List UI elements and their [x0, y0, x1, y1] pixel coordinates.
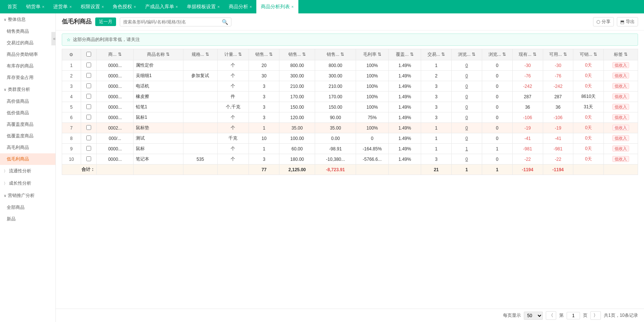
nav-product-analysis-list[interactable]: 商品分析列表 ×	[256, 0, 298, 13]
sidebar-item-high-margin[interactable]: 高毛利商品	[0, 142, 55, 153]
close-icon[interactable]: ×	[134, 4, 136, 9]
row-checkbox[interactable]	[86, 115, 91, 119]
row-view1[interactable]: 1	[451, 144, 482, 154]
row-checkbox[interactable]	[86, 125, 91, 130]
close-icon[interactable]: ×	[217, 4, 220, 9]
sidebar-item-stocked-goods[interactable]: 有库存的商品	[0, 60, 55, 72]
prev-page-button[interactable]: 〈	[546, 311, 556, 320]
row-checkbox-cell[interactable]	[81, 60, 96, 71]
col-transaction[interactable]: 交易... ⇅	[421, 49, 452, 60]
table-row: 3 0000... 电话机 个 3 210.00 210.00 100% 1.4…	[62, 81, 638, 92]
row-view1[interactable]: 0	[451, 154, 482, 165]
sidebar-item-category-rate[interactable]: 商品分类助销率	[0, 49, 55, 60]
nav-permissions[interactable]: 权限设置 ×	[76, 0, 108, 13]
nav-template-settings[interactable]: 单据模板设置 ×	[182, 0, 224, 13]
row-checkbox[interactable]	[86, 94, 91, 99]
pagination-bar: 每页显示 50 100 200 〈 第 页 〉 共1页，10条记录	[56, 309, 644, 322]
row-view1[interactable]: 0	[451, 71, 482, 81]
col-sales-qty[interactable]: 销售... ⇅	[249, 49, 279, 60]
sidebar-item-low-value[interactable]: 低价值商品	[0, 107, 55, 119]
row-checkbox[interactable]	[86, 146, 91, 151]
col-current[interactable]: 现有... ⇅	[512, 49, 543, 60]
row-view1[interactable]: 0	[451, 133, 482, 144]
col-unit[interactable]: 计量... ⇅	[217, 49, 249, 60]
sidebar-item-all-goods[interactable]: 全部商品	[0, 202, 55, 213]
row-checkbox[interactable]	[86, 63, 91, 67]
col-tag[interactable]: 标签 ⇅	[604, 49, 638, 60]
nav-product-entry[interactable]: 产成品入库单 ×	[141, 0, 182, 13]
row-checkbox-cell[interactable]	[81, 144, 96, 154]
row-checkbox-cell[interactable]	[81, 71, 96, 81]
row-checkbox[interactable]	[86, 136, 91, 140]
sidebar-item-low-margin[interactable]: 低毛利商品	[0, 153, 55, 165]
nav-home[interactable]: 首页	[3, 0, 22, 13]
sidebar-section-overall[interactable]: ∨ 整体信息	[0, 13, 55, 26]
sidebar-collapse-button[interactable]: «	[51, 32, 56, 45]
row-view1[interactable]: 0	[451, 81, 482, 92]
row-checkbox-cell[interactable]	[81, 123, 96, 133]
close-icon[interactable]: ×	[291, 4, 294, 9]
sidebar-section-circulation[interactable]: 〉 流通性分析	[0, 165, 55, 177]
close-icon[interactable]: ×	[42, 4, 44, 9]
row-checkbox-cell[interactable]	[81, 112, 96, 123]
row-checkbox-cell[interactable]	[81, 102, 96, 112]
col-view1[interactable]: 浏览... ⇅	[451, 49, 482, 60]
col-saleable[interactable]: 可销... ⇅	[573, 49, 604, 60]
row-view1[interactable]: 0	[451, 60, 482, 71]
export-button[interactable]: ⬒ 导出	[617, 17, 638, 26]
page-header: 低毛利商品 近一月 🔍 ⬡ 分享 ⬒ 导出	[56, 13, 644, 31]
row-checkbox-cell[interactable]	[81, 154, 96, 165]
sidebar-section-marketing[interactable]: ∨ 营销推广分析	[0, 189, 55, 202]
sidebar-item-high-value[interactable]: 高价值商品	[0, 96, 55, 107]
col-coverage[interactable]: 覆盖... ⇅	[388, 49, 421, 60]
sidebar-item-low-coverage[interactable]: 低覆盖度商品	[0, 130, 55, 142]
row-num: 2	[62, 71, 81, 81]
sidebar-item-stock-funds[interactable]: 库存资金占用	[0, 72, 55, 83]
nav-sales-order[interactable]: 销货单 ×	[22, 0, 49, 13]
share-button[interactable]: ⬡ 分享	[593, 17, 614, 26]
row-view1[interactable]: 0	[451, 92, 482, 102]
sidebar-item-traded-goods[interactable]: 交易过的商品	[0, 37, 55, 49]
row-view1[interactable]: 0	[451, 123, 482, 133]
row-transaction: 1	[421, 123, 452, 133]
nav-product-analysis[interactable]: 商品分析 ×	[224, 0, 256, 13]
row-checkbox[interactable]	[86, 104, 91, 109]
select-all-checkbox[interactable]	[86, 52, 91, 57]
col-spec[interactable]: 规格... ⇅	[183, 49, 217, 60]
nav-role-auth[interactable]: 角色授权 ×	[108, 0, 140, 13]
row-checkbox-cell[interactable]	[81, 81, 96, 92]
row-view1[interactable]: 0	[451, 112, 482, 123]
close-icon[interactable]: ×	[102, 4, 104, 9]
sidebar-section-cluster[interactable]: ∨ 类群度分析	[0, 83, 55, 96]
search-input[interactable]	[123, 19, 222, 25]
row-checkbox[interactable]	[86, 83, 91, 88]
col-code[interactable]: 商... ⇅	[97, 49, 134, 60]
col-name[interactable]: 商品名称 ⇅	[133, 49, 183, 60]
per-page-select[interactable]: 50 100 200	[524, 312, 543, 320]
col-sales-price[interactable]: 销售... ⇅	[279, 49, 315, 60]
col-settings[interactable]: ⚙	[62, 49, 81, 60]
col-gross-rate[interactable]: 毛利率 ⇅	[356, 49, 388, 60]
row-checkbox[interactable]	[86, 156, 91, 161]
sidebar-item-new-goods[interactable]: 新品	[0, 213, 55, 225]
row-checkbox-cell[interactable]	[81, 133, 96, 144]
row-checkbox-cell[interactable]	[81, 92, 96, 102]
col-view2[interactable]: 浏览... ⇅	[482, 49, 512, 60]
close-icon[interactable]: ×	[250, 4, 252, 9]
date-filter-button[interactable]: 近一月	[95, 17, 116, 26]
row-coverage: 1.49%	[388, 81, 421, 92]
nav-purchase-order[interactable]: 进货单 ×	[49, 0, 76, 13]
page-number-input[interactable]	[567, 312, 580, 319]
next-page-button[interactable]: 〉	[590, 311, 601, 320]
close-icon[interactable]: ×	[69, 4, 71, 9]
sidebar-section-growth[interactable]: 〉 成长性分析	[0, 177, 55, 189]
close-icon[interactable]: ×	[176, 4, 178, 9]
row-checkbox[interactable]	[86, 73, 91, 78]
col-available[interactable]: 可用... ⇅	[543, 49, 573, 60]
sidebar-item-high-coverage[interactable]: 高覆盖度商品	[0, 119, 55, 130]
sidebar-item-sales-goods[interactable]: 销售类商品	[0, 26, 55, 37]
col-checkbox[interactable]	[81, 49, 96, 60]
row-tag: 低收入	[604, 102, 638, 112]
row-view1[interactable]: 0	[451, 102, 482, 112]
col-sales-amount[interactable]: 销售... ⇅	[315, 49, 356, 60]
